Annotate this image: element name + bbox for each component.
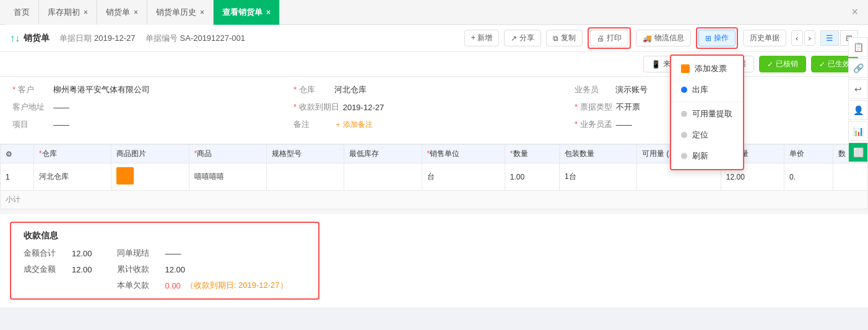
close-tab-history[interactable]: × [200,8,204,17]
scroll-hint [0,209,868,214]
subtotal-label: 小计 [1,191,868,209]
refresh-icon [681,153,687,159]
sidebar-chart-icon[interactable]: 📊 [848,121,868,141]
close-tab-sales[interactable]: × [134,8,138,17]
address-value: —— [53,103,69,112]
nav-arrows: ‹ › [791,30,815,46]
product-thumbnail [116,167,134,185]
sidebar-user-icon[interactable]: 👤 [848,100,868,120]
payment-date-label: 收款到期日 [293,102,339,113]
grid-icon: ⊞ [705,34,711,43]
same-settlement-row: 同单现结 —— [117,248,288,259]
right-sidebar: 📋 🔗 ↩ 👤 📊 ⬜ [848,37,868,162]
col-product: *商品 [189,145,266,163]
copy-icon: ⧉ [553,34,558,43]
dropdown-available-qty[interactable]: 可用量提取 [671,103,743,124]
payment-col-right: 同单现结 —— 累计收款 12.00 本单欠款 0.00 （收款到期日: 201… [117,248,288,291]
col-settings[interactable]: ⚙ [1,145,34,163]
address-label: 客户地址 [12,102,50,113]
close-tab-inventory[interactable]: × [84,8,88,17]
staff-value: 演示账号 [615,84,648,95]
payment-col-left: 金额合计 12.00 成交金额 12.00 [24,248,92,291]
col-min-stock: 最低库存 [344,145,422,163]
outbound-icon [681,87,687,93]
cell-min-stock [344,163,422,191]
add-note-button[interactable]: ＋ 添加备注 [334,119,373,130]
note-label: 备注 [293,119,331,130]
payment-date-value: 2019-12-27 [343,103,384,112]
new-button[interactable]: + 新增 [464,30,499,46]
dropdown-refresh[interactable]: 刷新 [671,145,743,167]
logistics-button[interactable]: 🚚 物流信息 [636,30,691,46]
tab-sales-order[interactable]: 销货单 × [97,0,147,25]
prev-button[interactable]: ‹ [791,30,802,46]
share-button[interactable]: ↗ 分享 [504,30,541,46]
project-field: 项目 —— [12,119,293,130]
cell-image [111,163,189,191]
history-button[interactable]: 历史单据 [743,30,786,46]
total-amount-row: 金额合计 12.00 [24,248,92,259]
check-icon: ✓ [767,60,773,69]
note-field: 备注 ＋ 添加备注 [293,119,575,130]
cell-unit: 台 [422,163,505,191]
locate-icon [681,132,687,138]
col-quantity: *数量 [505,145,559,163]
dropdown-outbound[interactable]: 出库 [671,79,743,100]
salesperson-label: 业务员孟 [575,119,612,130]
payment-rows: 金额合计 12.00 成交金额 12.00 同单现结 —— 累计收款 [24,248,306,291]
staff-label: 业务员 [575,84,612,95]
doc-header: ↑↓ 销货单 单据日期 2019-12-27 单据编号 SA-20191227-… [0,25,868,52]
warehouse-field: 仓库 河北仓库 [293,84,575,95]
window-close-button[interactable]: × [846,6,863,19]
next-button[interactable]: › [804,30,815,46]
list-view-button[interactable]: ☰ [820,30,839,46]
check2-icon: ✓ [819,60,825,69]
sidebar-expand-icon[interactable]: ⬜ [848,142,868,162]
copy-button[interactable]: ⧉ 复制 [546,30,583,46]
doc-title: ↑↓ 销货单 [10,33,50,44]
already-confirmed-button[interactable]: ✓ 已核销 [759,56,806,72]
print-button[interactable]: 🖨 打印 [590,30,628,46]
payment-date-field: 收款到期日 2019-12-27 [293,102,575,113]
close-tab-view[interactable]: × [266,8,271,17]
truck-icon: 🚚 [643,34,652,43]
tab-inventory-initial[interactable]: 库存期初 × [39,0,97,25]
project-value: —— [53,120,69,129]
sidebar-return-icon[interactable]: ↩ [848,79,868,99]
customer-label: 客户 [12,84,50,95]
doc-actions: + 新增 ↗ 分享 ⧉ 复制 🖨 打印 🚚 物流信息 ⊞ [464,27,858,49]
tab-home[interactable]: 首页 [5,0,39,25]
doc-meta: 单据日期 2019-12-27 单据编号 SA-20191227-001 [59,33,245,44]
cell-spec [266,163,344,191]
add-invoice-icon [681,64,690,73]
warehouse-value: 河北仓库 [334,84,367,95]
cumulative-payment-row: 累计收款 12.00 [117,264,288,275]
subtotal-row: 小计 [1,191,868,209]
customer-field: 客户 柳州粤港平安气体有限公司 [12,84,293,95]
share-icon: ↗ [511,34,517,43]
payment-info: 收款信息 金额合计 12.00 成交金额 12.00 同单现结 —— [10,222,319,300]
operations-dropdown: 添加发票 出库 可用量提取 定位 刷新 [670,54,744,170]
sidebar-link-icon[interactable]: 🔗 [848,58,868,78]
balance-row: 本单欠款 0.00 （收款到期日: 2019-12-27） [117,280,288,291]
transaction-amount-row: 成交金额 12.00 [24,264,92,275]
tab-sales-history[interactable]: 销货单历史 × [147,0,214,25]
col-pkg-qty: 包装数量 [559,145,636,163]
payment-title: 收款信息 [24,230,306,241]
cell-warehouse: 河北仓库 [33,163,111,191]
dropdown-divider-1 [671,102,743,102]
tab-view-sales[interactable]: 查看销货单 × [214,0,280,25]
cell-product: 嘻嘻嘻嘻 [189,163,266,191]
dropdown-add-invoice[interactable]: 添加发票 [671,58,743,79]
doc-date-field: 单据日期 2019-12-27 [59,33,136,44]
customer-value: 柳州粤港平安气体有限公司 [53,84,150,95]
ticket-type-label: 票据类型 [575,102,612,113]
operations-button[interactable]: ⊞ 操作 [698,30,736,46]
doc-no-field: 单据编号 SA-20191227-001 [145,33,246,44]
dropdown-locate[interactable]: 定位 [671,124,743,145]
bottom-section: 收款信息 金额合计 12.00 成交金额 12.00 同单现结 —— [0,214,868,307]
salesperson-value: —— [616,120,632,129]
col-image: 商品图片 [111,145,189,163]
sidebar-clipboard-icon[interactable]: 📋 [848,37,868,57]
print-highlight-box: 🖨 打印 [588,27,631,49]
